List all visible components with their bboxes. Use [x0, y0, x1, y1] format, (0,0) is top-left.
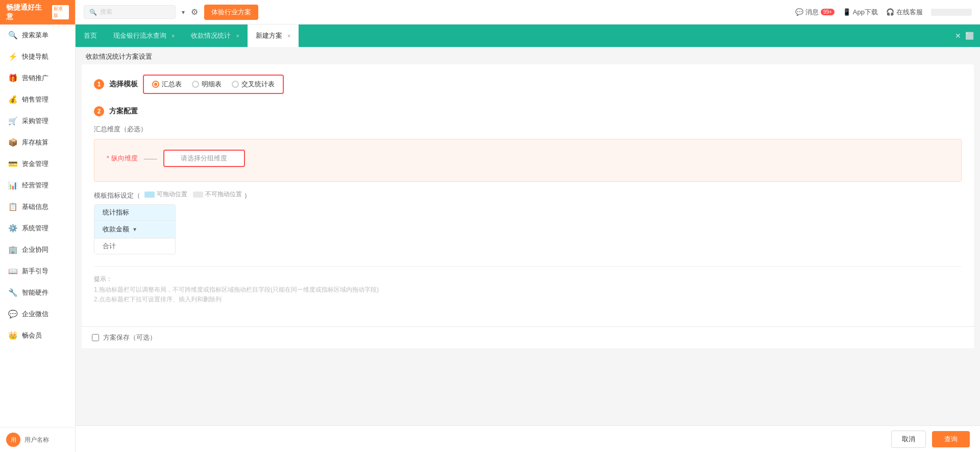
metric-dropdown-icon[interactable]: ▾: [133, 226, 136, 233]
section1-title-row: 1 选择模板 汇总表 明细表 交叉统计表: [94, 75, 962, 94]
radio-summary: [152, 81, 159, 88]
sidebar-item-system[interactable]: ⚙️系统管理: [0, 218, 75, 239]
tab-collection-stats[interactable]: 收款情况统计×: [183, 25, 247, 47]
service-label: 在线客服: [896, 8, 923, 17]
draggable-dot: [144, 192, 155, 198]
legend-close-paren: ）: [244, 192, 251, 199]
message-icon: 💬: [795, 8, 803, 16]
option-summary[interactable]: 汇总表: [152, 80, 182, 89]
message-button[interactable]: 💬 消息 99+: [795, 8, 835, 17]
sidebar-icon-corp: 🏢: [8, 245, 18, 254]
industry-button[interactable]: 体验行业方案: [204, 5, 258, 20]
sidebar-item-guide[interactable]: 📖新手引导: [0, 260, 75, 282]
sidebar-label-inventory: 库存核算: [22, 138, 48, 147]
template-options-box: 汇总表 明细表 交叉统计表: [143, 75, 284, 94]
sidebar-item-corp[interactable]: 🏢企业协同: [0, 239, 75, 260]
footer-section: 方案保存（可选）: [82, 326, 974, 348]
option-detail[interactable]: 明细表: [192, 80, 222, 89]
sidebar-icon-wechat: 💬: [8, 310, 18, 319]
sidebar-label-member: 畅会员: [22, 331, 42, 340]
sidebar-item-wechat[interactable]: 💬企业微信: [0, 303, 75, 325]
section-config: 2 方案配置 汇总维度（必选） * 纵向维度 —— 请选择分组维度 模板指标设定…: [94, 106, 962, 304]
tips-title: 提示：: [94, 275, 962, 283]
gear-icon[interactable]: ⚙: [191, 7, 198, 17]
save-label: 方案保存（可选）: [103, 333, 156, 342]
tab-new-plan[interactable]: 新建方案×: [248, 25, 299, 47]
section2-number: 2: [94, 106, 104, 116]
content-area: 收款情况统计方案设置 1 选择模板 汇总表 明细表: [76, 47, 980, 452]
sidebar-label-finance: 资金管理: [22, 159, 48, 169]
sidebar-label-sales: 销售管理: [22, 95, 48, 104]
service-icon: 🎧: [886, 8, 894, 16]
search-icon: 🔍: [89, 9, 97, 16]
sidebar-icon-basic-info: 📋: [8, 202, 18, 211]
close-window-icon[interactable]: ✕: [955, 32, 961, 40]
tips-area: 提示： 1.拖动标题栏可以调整布局，不可跨维度或指标区域拖动栏目字段(只能在同一…: [94, 266, 962, 304]
section2-label: 方案配置: [109, 107, 138, 116]
radio-cross: [232, 81, 239, 88]
main-area: 🔍 搜索 ▾ ⚙ 体验行业方案 💬 消息 99+ 📱 App下载 🎧 在线客服 …: [76, 0, 980, 452]
maximize-icon[interactable]: ⬜: [965, 32, 974, 40]
service-button[interactable]: 🎧 在线客服: [886, 8, 923, 17]
sidebar-icon-marketing: 🎁: [8, 74, 18, 83]
sidebar-label-guide: 新手引导: [22, 267, 48, 276]
sidebar-icon-inventory: 📦: [8, 138, 18, 147]
tab-close-new-plan[interactable]: ×: [287, 33, 290, 39]
topbar: 🔍 搜索 ▾ ⚙ 体验行业方案 💬 消息 99+ 📱 App下载 🎧 在线客服: [76, 0, 980, 25]
tab-label-new-plan: 新建方案: [256, 31, 282, 40]
section2-title-row: 2 方案配置: [94, 106, 962, 116]
sidebar-label-operation: 经营管理: [22, 181, 48, 190]
tab-cash-flow[interactable]: 现金银行流水查询×: [105, 25, 183, 47]
sidebar-item-hardware[interactable]: 🔧智能硬件: [0, 282, 75, 303]
tab-home[interactable]: 首页: [76, 25, 105, 47]
user-display: [931, 9, 972, 16]
save-checkbox[interactable]: [92, 334, 99, 341]
query-button[interactable]: 查询: [932, 431, 970, 447]
tab-close-cash-flow[interactable]: ×: [172, 33, 175, 39]
sidebar-item-marketing[interactable]: 🎁营销推广: [0, 67, 75, 89]
sidebar-item-operation[interactable]: 📊经营管理: [0, 175, 75, 196]
sidebar-icon-quick-nav: ⚡: [8, 52, 18, 61]
sidebar-item-basic-info[interactable]: 📋基础信息: [0, 196, 75, 218]
sidebar-item-purchase[interactable]: 🛒采购管理: [0, 110, 75, 132]
sidebar-item-quick-nav[interactable]: ⚡快捷导航: [0, 46, 75, 67]
sidebar-nav: 🔍搜索菜单⚡快捷导航🎁营销推广💰销售管理🛒采购管理📦库存核算💳资金管理📊经营管理…: [0, 25, 75, 346]
sidebar-label-search: 搜索菜单: [22, 31, 48, 40]
sidebar-label-wechat: 企业微信: [22, 310, 48, 319]
sidebar-icon-finance: 💳: [8, 159, 18, 169]
sidebar-item-search[interactable]: 🔍搜索菜单: [0, 25, 75, 46]
sidebar-icon-search: 🔍: [8, 31, 18, 40]
draggable-label: 可拖动位置: [157, 190, 187, 199]
sidebar-icon-purchase: 🛒: [8, 116, 18, 126]
sidebar-item-sales[interactable]: 💰销售管理: [0, 89, 75, 110]
cancel-button[interactable]: 取消: [891, 431, 926, 448]
metrics-table-header: 统计指标: [94, 205, 175, 221]
dimension-area: * 纵向维度 —— 请选择分组维度: [94, 139, 962, 182]
metrics-header: 模板指标设定（ 可拖动位置 不可拖动位置 ）: [94, 190, 962, 200]
sidebar: 畅捷通好生意 标准版 🔍搜索菜单⚡快捷导航🎁营销推广💰销售管理🛒采购管理📦库存核…: [0, 0, 76, 452]
option-cross[interactable]: 交叉统计表: [232, 80, 275, 89]
section1-label: 选择模板: [109, 80, 138, 89]
window-controls: ✕ ⬜: [949, 32, 980, 40]
search-box[interactable]: 🔍 搜索: [84, 5, 176, 19]
page-header: 收款情况统计方案设置: [76, 47, 980, 64]
tab-label-home: 首页: [84, 31, 97, 40]
sidebar-label-basic-info: 基础信息: [22, 202, 48, 211]
sidebar-icon-guide: 📖: [8, 267, 18, 276]
sidebar-item-inventory[interactable]: 📦库存核算: [0, 132, 75, 153]
sidebar-item-finance[interactable]: 💳资金管理: [0, 153, 75, 175]
tab-list: 首页现金银行流水查询×收款情况统计×新建方案×: [76, 25, 299, 47]
sidebar-icon-sales: 💰: [8, 95, 18, 104]
sidebar-logo: 畅捷通好生意 标准版: [0, 0, 75, 25]
sidebar-icon-member: 👑: [8, 331, 18, 340]
download-button[interactable]: 📱 App下载: [843, 8, 878, 17]
tab-close-collection-stats[interactable]: ×: [236, 33, 239, 39]
sidebar-item-member[interactable]: 👑畅会员: [0, 325, 75, 346]
dimension-select[interactable]: 请选择分组维度: [163, 150, 245, 167]
download-icon: 📱: [843, 8, 851, 16]
dropdown-arrow[interactable]: ▾: [182, 9, 185, 16]
vertical-dimension-row: * 纵向维度 —— 请选择分组维度: [107, 150, 949, 167]
download-label: App下载: [853, 8, 878, 17]
sidebar-label-marketing: 营销推广: [22, 74, 48, 83]
username: 用户名称: [24, 436, 49, 444]
